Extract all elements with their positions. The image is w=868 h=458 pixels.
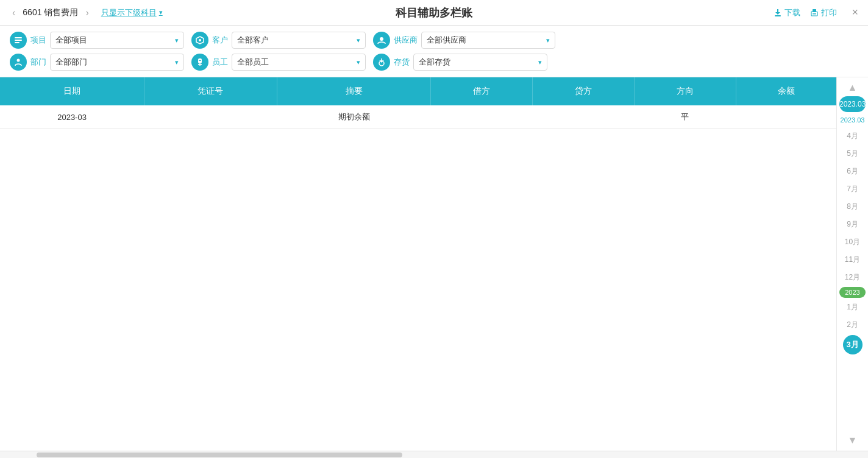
inventory-arrow: ▾ — [538, 58, 542, 66]
filter-supplier: 供应商 全部供应商 ▾ — [373, 32, 555, 49]
print-label: 打印 — [821, 7, 837, 18]
dept-icon — [10, 54, 27, 71]
inventory-select[interactable]: 全部存货 ▾ — [413, 54, 547, 71]
show-sub-toggle[interactable]: 只显示下级科目 ▾ — [101, 7, 163, 18]
download-button[interactable]: 下载 — [774, 7, 800, 18]
sidebar-item-2[interactable]: 2月 — [837, 316, 868, 334]
employee-select[interactable]: 全部员工 ▾ — [232, 54, 366, 71]
sidebar-down-arrow[interactable]: ▼ — [837, 432, 868, 448]
sidebar-item-6[interactable]: 6月 — [837, 163, 868, 180]
close-button[interactable]: × — [852, 6, 858, 19]
employee-value: 全部员工 — [237, 57, 269, 68]
table-row: 2023-03 期初余额 平 — [0, 105, 836, 129]
col-credit: 贷方 — [533, 77, 635, 105]
filter-row-1: 项目 全部项目 ▾ 客户 全部客户 ▾ — [10, 32, 858, 49]
show-sub-arrow: ▾ — [159, 9, 163, 16]
svg-point-8 — [199, 39, 201, 41]
print-icon — [810, 9, 819, 17]
project-arrow: ▾ — [175, 37, 179, 44]
inventory-value: 全部存货 — [419, 57, 450, 68]
customer-icon — [191, 32, 208, 49]
sidebar-item-10[interactable]: 10月 — [837, 233, 868, 251]
dept-select[interactable]: 全部部门 ▾ — [50, 54, 184, 71]
supplier-select[interactable]: 全部供应商 ▾ — [421, 32, 555, 49]
svg-rect-2 — [813, 9, 816, 12]
inventory-icon — [373, 54, 390, 71]
filter-row-2: 部门 全部部门 ▾ 员工 全部员工 ▾ — [10, 54, 858, 71]
employee-arrow: ▾ — [357, 58, 360, 66]
sidebar-item-202303-2[interactable]: 2023.03 — [837, 113, 868, 127]
sidebar-item-12[interactable]: 12月 — [837, 269, 868, 286]
filter-inventory: 存货 全部存货 ▾ — [373, 54, 547, 71]
top-actions: 下载 打印 × — [774, 6, 858, 19]
sidebar-item-1[interactable]: 1月 — [837, 298, 868, 316]
dept-label: 部门 — [30, 57, 46, 68]
project-icon — [10, 32, 27, 49]
download-label: 下载 — [784, 7, 800, 18]
sidebar-item-202303-1[interactable]: 2023.03 — [839, 96, 866, 112]
filter-bar: 项目 全部项目 ▾ 客户 全部客户 ▾ — [0, 26, 868, 77]
col-balance: 余额 — [736, 77, 836, 105]
customer-select[interactable]: 全部客户 ▾ — [232, 32, 366, 49]
inventory-label: 存货 — [394, 57, 410, 68]
right-sidebar: ▲ 2023.03 2023.03 4月 5月 6月 7月 8月 9月 10月 … — [836, 77, 868, 451]
svg-rect-12 — [199, 60, 201, 61]
table-wrapper[interactable]: 日期 凭证号 摘要 借方 贷方 方向 余额 2023-03 期初余额 — [0, 77, 836, 451]
sidebar-item-8[interactable]: 8月 — [837, 198, 868, 216]
employee-icon — [191, 54, 208, 71]
project-label: 项目 — [30, 35, 46, 46]
svg-rect-6 — [15, 40, 22, 41]
supplier-value: 全部供应商 — [427, 35, 466, 46]
cell-summary: 期初余额 — [277, 105, 431, 129]
employee-label: 员工 — [212, 57, 228, 68]
cell-direction: 平 — [634, 105, 736, 129]
hscroll-bar[interactable] — [0, 451, 868, 458]
col-debit: 借方 — [431, 77, 533, 105]
col-summary: 摘要 — [277, 77, 431, 105]
hscroll-thumb[interactable] — [37, 453, 402, 457]
project-value: 全部项目 — [55, 35, 87, 46]
prev-arrow[interactable]: ‹ — [10, 7, 18, 18]
col-direction: 方向 — [634, 77, 736, 105]
svg-point-10 — [17, 59, 20, 62]
dept-arrow: ▾ — [175, 58, 179, 66]
filter-employee: 员工 全部员工 ▾ — [191, 54, 366, 71]
next-arrow[interactable]: › — [83, 7, 91, 18]
filter-project: 项目 全部项目 ▾ — [10, 32, 184, 49]
sidebar-item-3-current[interactable]: 3月 — [843, 335, 863, 354]
main-area: 日期 凭证号 摘要 借方 贷方 方向 余额 2023-03 期初余额 — [0, 77, 868, 451]
sidebar-item-4[interactable]: 4月 — [837, 127, 868, 145]
sidebar-item-7[interactable]: 7月 — [837, 180, 868, 198]
print-button[interactable]: 打印 — [810, 7, 837, 18]
col-voucher: 凭证号 — [144, 77, 277, 105]
customer-value: 全部客户 — [237, 35, 269, 46]
filter-dept: 部门 全部部门 ▾ — [10, 54, 184, 71]
svg-rect-7 — [15, 42, 20, 43]
customer-arrow: ▾ — [357, 37, 360, 44]
project-select[interactable]: 全部项目 ▾ — [50, 32, 184, 49]
dept-value: 全部部门 — [55, 57, 87, 68]
col-date: 日期 — [0, 77, 144, 105]
svg-rect-5 — [15, 37, 22, 38]
account-code: 6601 销售费用 — [23, 7, 78, 18]
sidebar-item-2023-year[interactable]: 2023 — [839, 287, 866, 298]
svg-rect-3 — [813, 13, 816, 14]
page-title: 科目辅助多栏账 — [396, 5, 472, 20]
svg-point-9 — [380, 37, 383, 41]
show-sub-label: 只显示下级科目 — [101, 7, 157, 18]
cell-date: 2023-03 — [0, 105, 144, 129]
cell-credit — [533, 105, 635, 129]
table-header-row: 日期 凭证号 摘要 借方 贷方 方向 余额 — [0, 77, 836, 105]
customer-label: 客户 — [212, 35, 228, 46]
download-icon — [774, 9, 782, 17]
supplier-icon — [373, 32, 390, 49]
top-bar: ‹ 6601 销售费用 › 只显示下级科目 ▾ 科目辅助多栏账 下载 打印 × — [0, 0, 868, 26]
supplier-arrow: ▾ — [546, 37, 550, 44]
sidebar-item-5[interactable]: 5月 — [837, 145, 868, 163]
sidebar-item-9[interactable]: 9月 — [837, 216, 868, 233]
sidebar-up-arrow[interactable]: ▲ — [837, 80, 868, 96]
sidebar-item-11[interactable]: 11月 — [837, 251, 868, 269]
main-window: ‹ 6601 销售费用 › 只显示下级科目 ▾ 科目辅助多栏账 下载 打印 × — [0, 0, 868, 458]
ledger-table: 日期 凭证号 摘要 借方 贷方 方向 余额 2023-03 期初余额 — [0, 77, 836, 129]
cell-debit — [431, 105, 533, 129]
